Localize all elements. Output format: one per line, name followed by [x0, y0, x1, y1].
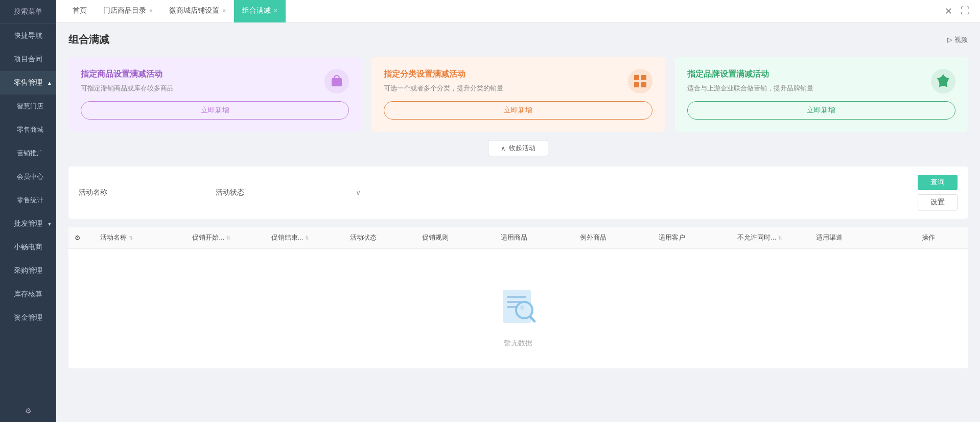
page-header: 组合满减 ▷ 视频 [68, 33, 968, 46]
sidebar-item-xiaochangec[interactable]: 小畅电商 [0, 236, 56, 259]
svg-point-14 [520, 306, 524, 310]
cards-container: 指定商品设置满减活动 可指定滞销商品或库存较多商品 立即新增 指定分类设置满减活… [68, 57, 968, 132]
th-concurrent-label: 不允许同时... [737, 233, 776, 242]
sidebar-item-retail-mgmt[interactable]: 零售管理 [0, 71, 56, 95]
empty-text: 暂无数据 [504, 339, 532, 348]
tab-home-label: 首页 [73, 6, 87, 15]
svg-rect-1 [332, 78, 342, 86]
filter-actions: 查询 设置 [918, 175, 958, 210]
page-content: 组合满减 ▷ 视频 指定商品设置满减活动 可指定滞销商品或库存较多商品 [56, 22, 980, 422]
th-op-label: 操作 [922, 233, 935, 242]
tab-mini-shop-label: 微商城店铺设置 [169, 6, 219, 15]
video-link[interactable]: ▷ 视频 [947, 35, 968, 44]
category-card-desc: 可选一个或者多个分类，提升分类的销量 [384, 84, 652, 93]
svg-rect-3 [634, 75, 639, 80]
brand-card-title: 指定品牌设置满减活动 [687, 69, 955, 80]
empty-illustration [493, 279, 544, 331]
sidebar: 搜索菜单 快捷导航 项目合同 零售管理 智慧门店 零售商城 营销推广 会员中心 … [0, 0, 56, 422]
th-channel: 适用渠道 [810, 233, 889, 242]
th-except-label: 例外商品 [580, 233, 606, 242]
th-except: 例外商品 [574, 233, 652, 242]
th-rule: 促销规则 [416, 233, 495, 242]
filter-activity-status: 活动状态 ∨ [216, 186, 361, 199]
brand-card-btn[interactable]: 立即新增 [687, 101, 955, 120]
tab-store-catalog[interactable]: 门店商品目录 × [95, 0, 161, 22]
page-title: 组合满减 [68, 33, 109, 46]
collapse-bar: ∧ 收起活动 [68, 140, 968, 156]
sidebar-item-capital-mgmt[interactable]: 资金管理 [0, 306, 56, 330]
category-card: 指定分类设置满减活动 可选一个或者多个分类，提升分类的销量 立即新增 [371, 57, 664, 132]
brand-card-icon [931, 69, 955, 98]
filter-activity-name: 活动名称 [79, 186, 203, 199]
tab-combo-discount-close[interactable]: × [274, 7, 277, 14]
sidebar-item-purchase-mgmt[interactable]: 采购管理 [0, 259, 56, 283]
sort-name-icon: ⇅ [129, 235, 133, 241]
sidebar-item-smart-store[interactable]: 智慧门店 [0, 95, 56, 118]
filter-area: 活动名称 活动状态 ∨ 查询 设置 [68, 167, 968, 219]
svg-rect-6 [641, 82, 646, 87]
sidebar-item-marketing[interactable]: 营销推广 [0, 142, 56, 165]
collapse-btn-label: 收起活动 [509, 144, 535, 153]
activity-status-select[interactable]: ∨ [248, 186, 361, 199]
svg-rect-9 [507, 296, 526, 298]
tab-home[interactable]: 首页 [64, 0, 95, 22]
table-container: ⚙ 活动名称 ⇅ 促销开始... ⇅ 促销结束... ⇅ 活动状态 [68, 227, 968, 368]
brand-card: 指定品牌设置满减活动 适合与上游企业联合做营销，提升品牌销量 立即新增 [675, 57, 968, 132]
activity-name-label: 活动名称 [79, 188, 107, 197]
sidebar-search[interactable]: 搜索菜单 [0, 0, 56, 24]
th-start-label: 促销开始... [192, 233, 224, 242]
sidebar-item-quick-nav[interactable]: 快捷导航 [0, 24, 56, 48]
collapse-activities-btn[interactable]: ∧ 收起活动 [488, 140, 548, 156]
th-name[interactable]: 活动名称 ⇅ [94, 233, 186, 242]
th-end[interactable]: 促销结束... ⇅ [265, 233, 344, 242]
category-card-icon [628, 69, 652, 98]
collapse-arrow-icon: ∧ [501, 145, 506, 152]
category-card-btn[interactable]: 立即新增 [384, 101, 652, 120]
th-end-label: 促销结束... [271, 233, 304, 242]
tab-store-catalog-label: 门店商品目录 [103, 6, 146, 15]
product-card-icon [324, 69, 349, 98]
sidebar-item-wholesale-mgmt[interactable]: 批发管理 [0, 212, 56, 236]
sidebar-item-membership[interactable]: 会员中心 [0, 165, 56, 189]
th-channel-label: 适用渠道 [816, 233, 843, 242]
product-card-btn[interactable]: 立即新增 [81, 101, 349, 120]
setting-button[interactable]: 设置 [918, 194, 958, 210]
sidebar-item-inventory-calc[interactable]: 库存核算 [0, 283, 56, 306]
th-concurrent[interactable]: 不允许同时... ⇅ [731, 233, 810, 242]
gear-icon: ⚙ [75, 234, 81, 242]
th-gear[interactable]: ⚙ [68, 234, 94, 242]
svg-point-2 [628, 69, 652, 93]
chevron-down-icon: ∨ [356, 189, 361, 197]
video-label: 视频 [954, 35, 968, 44]
window-maximize-btn[interactable]: ⛶ [959, 4, 972, 19]
th-start[interactable]: 促销开始... ⇅ [186, 233, 265, 242]
th-customer: 适用客户 [652, 233, 731, 242]
tab-combo-discount[interactable]: 组合满减 × [234, 0, 286, 22]
product-card-desc: 可指定滞销商品或库存较多商品 [81, 84, 349, 93]
category-card-title: 指定分类设置满减活动 [384, 69, 652, 80]
th-status-label: 活动状态 [350, 233, 377, 242]
activity-name-input[interactable] [111, 186, 203, 199]
th-name-label: 活动名称 [100, 233, 127, 242]
sort-concurrent-icon: ⇅ [778, 235, 782, 241]
empty-state: 暂无数据 [68, 249, 968, 368]
window-close-btn[interactable]: ✕ [943, 4, 954, 19]
th-goods-label: 适用商品 [501, 233, 527, 242]
sidebar-item-project-contract[interactable]: 项目合同 [0, 48, 56, 71]
play-icon: ▷ [947, 36, 952, 43]
tab-actions: ✕ ⛶ [943, 4, 972, 19]
activity-status-label: 活动状态 [216, 188, 244, 197]
svg-rect-5 [634, 82, 639, 87]
brand-card-desc: 适合与上游企业联合做营销，提升品牌销量 [687, 84, 955, 93]
main-area: 首页 门店商品目录 × 微商城店铺设置 × 组合满减 × ✕ ⛶ 组合满减 ▷ … [56, 0, 980, 422]
sidebar-item-retail-stats[interactable]: 零售统计 [0, 189, 56, 212]
sidebar-item-retail-mall[interactable]: 零售商城 [0, 118, 56, 142]
th-goods: 适用商品 [495, 233, 573, 242]
tab-store-catalog-close[interactable]: × [149, 7, 153, 14]
tab-bar: 首页 门店商品目录 × 微商城店铺设置 × 组合满减 × ✕ ⛶ [56, 0, 980, 22]
tab-mini-shop-close[interactable]: × [222, 7, 226, 14]
sidebar-settings-btn[interactable]: ⚙ [0, 400, 56, 422]
product-card-title: 指定商品设置满减活动 [81, 69, 349, 80]
query-button[interactable]: 查询 [918, 175, 958, 190]
tab-mini-shop-settings[interactable]: 微商城店铺设置 × [161, 0, 234, 22]
